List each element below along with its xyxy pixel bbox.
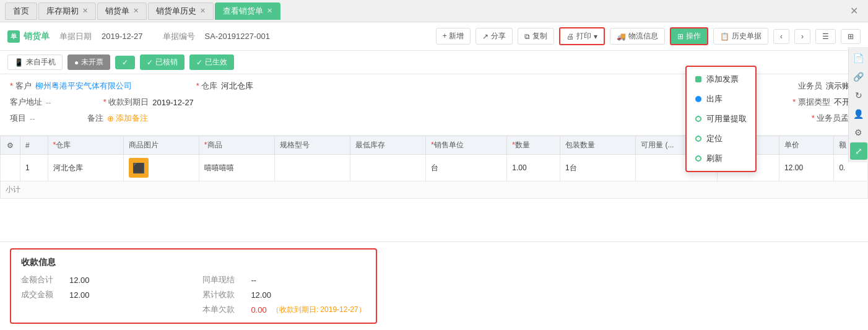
copy-button[interactable]: ⧉ 复制 bbox=[518, 28, 554, 45]
phone-button[interactable]: 📱 来自手机 bbox=[7, 54, 63, 70]
tab-inventory-close[interactable]: ✕ bbox=[82, 7, 88, 15]
project-field: 项目 -- bbox=[10, 113, 35, 124]
td-product: 嘻嘻嘻嘻 bbox=[199, 155, 274, 181]
list-view-icon: ☰ bbox=[822, 32, 829, 41]
warehouse-field: 仓库 河北仓库 bbox=[196, 80, 254, 92]
sidebar-icon-2[interactable]: 🔗 bbox=[850, 68, 867, 85]
transaction-amount-label: 成交金额 bbox=[21, 289, 64, 300]
td-pack-qty: 1台 bbox=[560, 155, 636, 181]
main-close-button[interactable]: ✕ bbox=[845, 2, 863, 19]
sidebar-icon-5[interactable]: ⚙ bbox=[850, 124, 867, 141]
sidebar-icon-3[interactable]: ↻ bbox=[850, 87, 867, 104]
doc-header: 单 销货单 单据日期 2019-12-27 单据编号 SA-20191227-0… bbox=[0, 22, 868, 51]
sidebar-icon-1[interactable]: 📄 bbox=[850, 50, 867, 67]
product-image: ⬛ bbox=[129, 158, 149, 178]
tab-inventory-init[interactable]: 库存期初 ✕ bbox=[38, 2, 96, 20]
address-value: -- bbox=[46, 98, 51, 107]
customer-field: 客户 柳州粤港平安气体有限公司 bbox=[10, 80, 132, 92]
print-icon: 🖨 bbox=[566, 32, 574, 41]
customer-label: 客户 bbox=[10, 80, 32, 92]
tab-sales-close[interactable]: ✕ bbox=[133, 7, 139, 15]
phone-icon: 📱 bbox=[14, 58, 24, 67]
doc-title-icon: 单 bbox=[7, 30, 20, 43]
salesperson-label: 业务员 bbox=[798, 80, 822, 92]
salesperson2-label: 业务员孟 bbox=[812, 113, 849, 124]
tab-home-label: 首页 bbox=[13, 6, 29, 17]
effective-button[interactable]: ✓ 已生效 bbox=[189, 54, 234, 70]
check-icon: ✓ bbox=[122, 58, 128, 67]
operations-dropdown: 添加发票 出库 可用量提取 定位 刷新 bbox=[685, 66, 757, 172]
current-owed-label: 本单欠款 bbox=[202, 304, 246, 315]
print-button[interactable]: 🖨 打印 ▾ bbox=[559, 27, 605, 45]
outbound-label: 出库 bbox=[706, 93, 723, 105]
available-qty-label: 可用量提取 bbox=[706, 113, 747, 124]
payment-info: 收款信息 金额合计 12.00 同单现结 -- 成交金额 12.00 累计收款 … bbox=[10, 248, 377, 324]
history-icon: 📋 bbox=[720, 32, 729, 41]
tab-sales-history[interactable]: 销货单历史 ✕ bbox=[148, 2, 214, 20]
tab-sales-order[interactable]: 销货单 ✕ bbox=[97, 2, 147, 20]
locate-item[interactable]: 定位 bbox=[687, 129, 755, 149]
th-product: *商品 bbox=[199, 136, 274, 155]
tab-view-close[interactable]: ✕ bbox=[267, 7, 272, 15]
new-label: + 新增 bbox=[443, 31, 464, 41]
available-qty-item[interactable]: 可用量提取 bbox=[687, 109, 755, 129]
add-invoice-item[interactable]: 添加发票 bbox=[687, 69, 755, 89]
copy-label: 复制 bbox=[532, 31, 547, 41]
bill-type-label: 票据类型 bbox=[792, 97, 830, 108]
cumulative-label: 累计收款 bbox=[202, 289, 246, 300]
date-value: 2019-12-27 bbox=[102, 32, 143, 41]
operations-button[interactable]: ⊞ 操作 bbox=[670, 27, 708, 45]
outbound-icon bbox=[695, 96, 701, 102]
phone-label: 来自手机 bbox=[26, 57, 56, 67]
total-amount-row: 金额合计 12.00 bbox=[21, 274, 184, 285]
due-date-note: （收款到期日: 2019-12-27） bbox=[272, 305, 366, 315]
unopened-button[interactable]: ● 未开票 bbox=[67, 54, 110, 70]
address-field: 客户地址 -- bbox=[10, 97, 51, 108]
customer-value[interactable]: 柳州粤港平安气体有限公司 bbox=[35, 80, 132, 92]
due-date-label: 收款到期日 bbox=[103, 97, 149, 108]
plus-icon: ⊕ bbox=[107, 114, 114, 123]
prev-button[interactable]: ‹ bbox=[773, 29, 789, 44]
logistics-button[interactable]: 🚚 物流信息 bbox=[610, 28, 665, 45]
toolbar: + 新增 ↗ 分享 ⧉ 复制 🖨 打印 ▾ 🚚 物流信息 ⊞ 操作 bbox=[436, 27, 861, 45]
subtotal-label: 小计 bbox=[1, 181, 868, 199]
copy-icon: ⧉ bbox=[524, 32, 530, 41]
check-button[interactable]: ✓ bbox=[115, 56, 135, 69]
available-qty-icon bbox=[695, 116, 701, 122]
history-button[interactable]: 📋 历史单据 bbox=[713, 28, 768, 45]
sold-icon: ✓ bbox=[147, 58, 153, 67]
next-button[interactable]: › bbox=[794, 29, 810, 44]
grid-view-button[interactable]: ⊞ bbox=[841, 29, 861, 44]
sold-button[interactable]: ✓ 已核销 bbox=[140, 54, 184, 70]
note-field: 备注 ⊕ 添加备注 bbox=[87, 113, 148, 124]
same-order-row: 同单现结 -- bbox=[202, 274, 365, 285]
prev-icon: ‹ bbox=[780, 32, 783, 41]
add-note-button[interactable]: ⊕ 添加备注 bbox=[107, 113, 148, 124]
tab-sales-history-label: 销货单历史 bbox=[156, 6, 196, 17]
cumulative-value: 12.00 bbox=[251, 290, 271, 300]
tab-sales-order-label: 销货单 bbox=[105, 6, 129, 17]
share-button[interactable]: ↗ 分享 bbox=[475, 28, 513, 45]
tab-home[interactable]: 首页 bbox=[5, 2, 37, 20]
list-view-button[interactable]: ☰ bbox=[815, 29, 836, 44]
locate-label: 定位 bbox=[706, 133, 723, 144]
date-label: 单据日期 bbox=[59, 31, 92, 42]
td-min-stock bbox=[350, 155, 426, 181]
warehouse-label: 仓库 bbox=[196, 80, 218, 92]
refresh-item[interactable]: 刷新 bbox=[687, 149, 755, 168]
effective-icon: ✓ bbox=[196, 58, 202, 67]
history-label: 历史单据 bbox=[732, 31, 762, 41]
number-value: SA-20191227-001 bbox=[205, 32, 271, 41]
new-button[interactable]: + 新增 bbox=[436, 28, 471, 45]
tab-view-sales[interactable]: 查看销货单 ✕ bbox=[215, 2, 280, 20]
th-num: # bbox=[20, 136, 48, 155]
tab-history-close[interactable]: ✕ bbox=[200, 7, 206, 15]
sidebar-icon-4[interactable]: 👤 bbox=[850, 105, 867, 123]
refresh-icon bbox=[695, 155, 701, 162]
sidebar-icon-6[interactable]: ⤢ bbox=[850, 142, 867, 160]
outbound-item[interactable]: 出库 bbox=[687, 89, 755, 109]
td-sales-unit: 台 bbox=[426, 155, 507, 181]
due-date-field: 收款到期日 2019-12-27 bbox=[103, 97, 194, 108]
tab-view-sales-label: 查看销货单 bbox=[223, 6, 263, 17]
doc-title: 单 销货单 bbox=[7, 30, 50, 43]
